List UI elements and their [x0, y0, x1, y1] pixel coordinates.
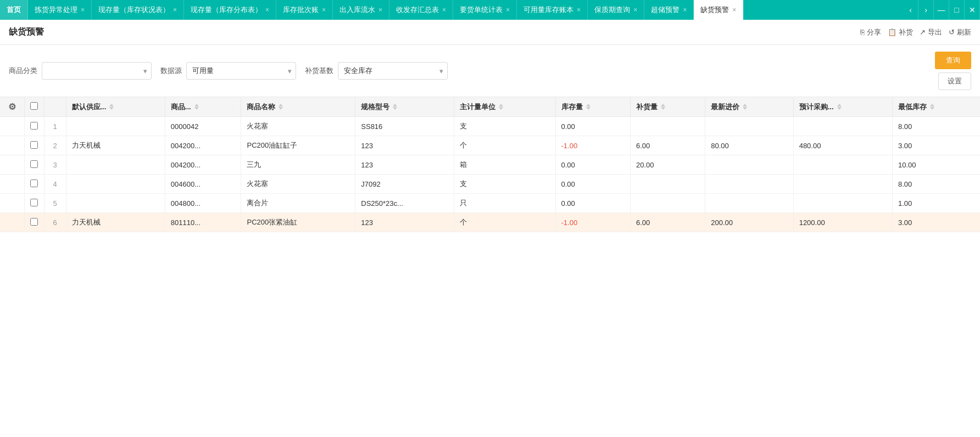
tab-home[interactable]: 首页: [0, 0, 28, 20]
export-icon: ↗: [920, 28, 926, 36]
row-checkbox-5[interactable]: [30, 218, 38, 226]
table-row: 6 力天机械 801110... PC200张紧油缸 123 个 -1.00 6…: [0, 213, 980, 232]
datasource-label: 数据源: [160, 66, 182, 76]
export-button[interactable]: ↗ 导出: [920, 27, 942, 37]
column-settings-icon[interactable]: ⚙: [8, 102, 16, 112]
td-settings-0: [0, 117, 24, 136]
row-checkbox-4[interactable]: [30, 199, 38, 206]
category-filter-group: 商品分类 ▾: [9, 62, 152, 80]
row-checkbox-1[interactable]: [30, 141, 38, 149]
datasource-filter-group: 数据源 可用量 ▾: [160, 62, 296, 80]
tab-receive-summary[interactable]: 收发存汇总表×: [389, 0, 453, 20]
tab-close-batch-account[interactable]: ×: [322, 6, 326, 14]
tab-requisition-stats[interactable]: 要货单统计表×: [453, 0, 517, 20]
tab-label-overstock: 超储预警: [651, 5, 680, 15]
tab-label-expiry-query: 保质期查询: [594, 5, 630, 15]
replenish-button[interactable]: 📋 补货: [888, 27, 913, 37]
tab-close-inventory-dist[interactable]: ×: [265, 6, 269, 14]
td-settings-1: [0, 136, 24, 155]
data-table: ⚙ 默认供应...: [0, 97, 980, 232]
tab-inventory-status[interactable]: 现存量（库存状况表）×: [92, 0, 184, 20]
td-rownum-4: 5: [44, 194, 66, 213]
tab-expiry-query[interactable]: 保质期查询×: [588, 0, 644, 20]
td-checkbox-4: [24, 194, 44, 213]
td-price-1: 80.00: [705, 136, 793, 155]
query-button[interactable]: 查询: [935, 52, 971, 69]
tab-close-requisition-stats[interactable]: ×: [506, 6, 510, 14]
td-name-5: PC200张紧油缸: [241, 213, 355, 232]
tab-nav-prev[interactable]: ‹: [903, 0, 918, 20]
td-supplier-1: 力天机械: [66, 136, 165, 155]
sort-est-purchase-icon[interactable]: [837, 104, 842, 110]
tab-nav-next[interactable]: ›: [918, 0, 934, 20]
page-title: 缺货预警: [9, 26, 860, 38]
datasource-value: 可用量: [192, 66, 214, 76]
td-spec-0: SS816: [355, 117, 454, 136]
td-unit-2: 箱: [454, 155, 555, 175]
td-checkbox-1: [24, 136, 44, 155]
tab-inout-flow[interactable]: 出入库流水×: [333, 0, 389, 20]
category-select[interactable]: [42, 62, 152, 80]
sort-default-supplier-icon[interactable]: [109, 104, 114, 110]
th-default-supplier: 默认供应...: [66, 97, 165, 117]
tab-inventory-dist[interactable]: 现存量（库存分布表）×: [184, 0, 276, 20]
sort-stock-icon[interactable]: [586, 104, 591, 110]
td-replenish-0: [630, 117, 705, 136]
td-code-0: 0000042: [165, 117, 241, 136]
sort-unit-icon[interactable]: [499, 104, 503, 110]
sort-product-code-icon[interactable]: [194, 104, 199, 110]
tab-shortage[interactable]: 缺货预警×: [694, 0, 743, 20]
sort-replenish-qty-icon[interactable]: [661, 104, 665, 110]
td-stock-4: 0.00: [555, 194, 630, 213]
tab-close-available-ledger[interactable]: ×: [577, 6, 581, 14]
datasource-select[interactable]: 可用量: [186, 62, 296, 80]
tab-available-ledger[interactable]: 可用量库存账本×: [517, 0, 588, 20]
tab-close-inout-flow[interactable]: ×: [378, 6, 382, 14]
td-est-purchase-2: [793, 155, 892, 175]
tab-overstock[interactable]: 超储预警×: [644, 0, 694, 20]
row-checkbox-2[interactable]: [30, 160, 38, 168]
td-min-stock-1: 3.00: [893, 136, 981, 155]
tab-close-overstock[interactable]: ×: [683, 6, 687, 14]
replenish-basis-select[interactable]: 安全库存: [338, 62, 448, 80]
tab-close-expiry-query[interactable]: ×: [633, 6, 637, 14]
share-button[interactable]: ⎘ 分享: [860, 27, 881, 37]
table-row: 5 004800... 离合片 DS250*23c... 只 0.00 1.00: [0, 194, 980, 213]
td-name-3: 火花塞: [241, 175, 355, 194]
tab-close-abnormal[interactable]: ×: [81, 6, 85, 14]
td-spec-2: 123: [355, 155, 454, 175]
tab-batch-account[interactable]: 库存批次账×: [276, 0, 333, 20]
td-replenish-5: 6.00: [630, 213, 705, 232]
sort-product-name-icon[interactable]: [279, 104, 283, 110]
tab-maximize[interactable]: □: [949, 0, 965, 20]
main-content: 缺货预警 ⎘ 分享 📋 补货 ↗ 导出 ↺ 刷新: [0, 20, 980, 437]
tab-label-abnormal: 拣货异常处理: [35, 5, 77, 15]
tab-close-shortage[interactable]: ×: [732, 6, 736, 14]
tab-close-inventory-status[interactable]: ×: [173, 6, 177, 14]
refresh-button[interactable]: ↺ 刷新: [949, 27, 971, 37]
row-checkbox-0[interactable]: [30, 122, 38, 130]
tab-close-all[interactable]: ✕: [965, 0, 980, 20]
header-actions: ⎘ 分享 📋 补货 ↗ 导出 ↺ 刷新: [860, 27, 971, 37]
sort-spec-icon[interactable]: [393, 104, 397, 110]
td-code-4: 004800...: [165, 194, 241, 213]
category-select-wrapper: ▾: [42, 62, 152, 80]
table-row: 1 0000042 火花塞 SS816 支 0.00 8.00: [0, 117, 980, 136]
td-stock-5: -1.00: [555, 213, 630, 232]
tab-close-receive-summary[interactable]: ×: [442, 6, 446, 14]
tab-abnormal[interactable]: 拣货异常处理×: [28, 0, 92, 20]
select-all-checkbox[interactable]: [30, 102, 38, 110]
sort-latest-price-icon[interactable]: [743, 104, 747, 110]
td-name-2: 三九: [241, 155, 355, 175]
td-name-0: 火花塞: [241, 117, 355, 136]
row-checkbox-3[interactable]: [30, 180, 38, 187]
sort-min-stock-icon[interactable]: [930, 104, 934, 110]
td-unit-4: 只: [454, 194, 555, 213]
td-replenish-4: [630, 194, 705, 213]
td-min-stock-5: 3.00: [893, 213, 981, 232]
td-checkbox-2: [24, 155, 44, 175]
settings-button[interactable]: 设置: [938, 72, 971, 90]
page-header: 缺货预警 ⎘ 分享 📋 补货 ↗ 导出 ↺ 刷新: [0, 20, 980, 45]
tab-minimize[interactable]: —: [934, 0, 949, 20]
td-code-5: 801110...: [165, 213, 241, 232]
